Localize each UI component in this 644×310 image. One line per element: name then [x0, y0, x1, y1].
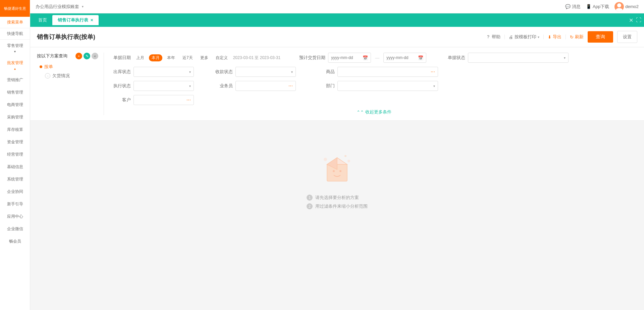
- scheme-edit-icon[interactable]: ✎: [84, 53, 90, 59]
- sidebar-item-wholesale[interactable]: 批发管理 ▴: [0, 57, 30, 74]
- payment-select[interactable]: ▾: [235, 67, 296, 77]
- customer-select[interactable]: ···: [133, 95, 194, 105]
- sidebar-item-purchase[interactable]: 采购管理: [0, 111, 30, 123]
- sidebar-item-label: 企业协同: [7, 189, 23, 195]
- scheme-header: 按以下方案查询 + ✎ «: [37, 53, 98, 59]
- sidebar-item-retail[interactable]: 零售管理 ▾: [0, 40, 30, 57]
- exec-status-select[interactable]: ▾: [133, 81, 194, 91]
- divider3: [566, 35, 566, 39]
- filter-date: 单据日期 上月 本月 本年 近7天 更多 自定义 2023-03-01 至 20…: [111, 54, 280, 61]
- expected-date-to[interactable]: 📅: [383, 53, 426, 63]
- sidebar-item-enterprise[interactable]: 企业协同: [0, 186, 30, 198]
- sidebar-item-inventory[interactable]: 库存核算: [0, 123, 30, 136]
- scheme-collapse-icon[interactable]: «: [92, 53, 98, 59]
- date-tag-more[interactable]: 更多: [198, 54, 211, 61]
- sidebar-search[interactable]: 搜索菜单: [0, 17, 30, 28]
- main-content: 办公用品行业模拟账套 ▾ 💬 消息 📱 App下载 demo2 首页: [30, 0, 644, 310]
- tabbar-right: ✕ ⛶: [629, 17, 641, 23]
- product-select[interactable]: ···: [337, 67, 438, 77]
- help-button[interactable]: ？ 帮助: [486, 34, 500, 40]
- date-tag-this-month[interactable]: 本月: [149, 54, 162, 61]
- print-button[interactable]: 🖨 按模板打印 ▾: [509, 34, 539, 40]
- payment-label: 收款状态: [213, 69, 233, 75]
- breadcrumb-arrow: ▾: [82, 5, 84, 8]
- sidebar-item-newbie[interactable]: 新手引导: [0, 198, 30, 210]
- sidebar-item-operation[interactable]: 经营管理: [0, 148, 30, 161]
- settings-button[interactable]: 设置: [617, 31, 637, 43]
- tab-sales-exec-label: 销售订单执行表: [58, 17, 88, 23]
- expected-date-from[interactable]: 📅: [328, 53, 371, 63]
- exec-chevron-icon: ▾: [189, 84, 191, 88]
- date-tag-last7[interactable]: 近7天: [180, 54, 196, 61]
- sidebar-item-label: 基础信息: [7, 164, 23, 170]
- dept-select[interactable]: ▾: [337, 81, 438, 91]
- collapse-button[interactable]: ⌃⌃ 收起更多条件: [111, 109, 637, 115]
- page-header-actions: ？ 帮助 🖨 按模板打印 ▾ ⬇ 导出 ↻ 刷新: [486, 31, 637, 43]
- empty-hint-2: 2 用过滤条件来缩小分析范围: [307, 203, 368, 209]
- collapse-chevron-icon: ⌃⌃: [357, 110, 364, 115]
- status-select[interactable]: ▾: [468, 53, 569, 63]
- svg-point-0: [617, 3, 621, 7]
- sidebar-item-ecommerce[interactable]: 电商管理: [0, 99, 30, 111]
- sidebar-item-finance[interactable]: 资金管理: [0, 136, 30, 148]
- expected-date-to-input[interactable]: [386, 55, 417, 60]
- app-download-button[interactable]: 📱 App下载: [586, 4, 609, 10]
- filter-customer: 客户 ···: [111, 95, 194, 105]
- product-label: 商品: [315, 69, 335, 75]
- expected-date-from-input[interactable]: [331, 55, 361, 60]
- tab-expand-icon[interactable]: ⛶: [636, 17, 641, 23]
- date-tag-last-month[interactable]: 上月: [133, 54, 147, 61]
- hint-num-1: 1: [307, 195, 313, 201]
- sidebar-item-sales[interactable]: 销售管理: [0, 86, 30, 99]
- sidebar-item-system[interactable]: 系统管理: [0, 173, 30, 186]
- scheme-sub-item-owe[interactable]: ○ 欠货情况: [42, 71, 98, 80]
- date-tag-custom[interactable]: 自定义: [213, 54, 230, 61]
- sidebar-item-wechat[interactable]: 企业微信: [0, 223, 30, 235]
- filter-exec-status: 执行状态 ▾: [111, 81, 194, 91]
- collapse-label: 收起更多条件: [365, 109, 391, 115]
- print-label: 按模板打印: [515, 34, 536, 40]
- tab-home[interactable]: 首页: [33, 15, 52, 25]
- tab-close-window-icon[interactable]: ✕: [629, 17, 633, 23]
- dept-chevron-icon: ▾: [433, 84, 435, 88]
- refresh-button[interactable]: ↻ 刷新: [570, 34, 584, 40]
- sidebar-item-marketing[interactable]: 营销推广: [0, 74, 30, 86]
- scheme-header-label: 按以下方案查询: [37, 53, 67, 59]
- export-icon: ⬇: [548, 35, 551, 40]
- message-button[interactable]: 💬 消息: [565, 4, 581, 10]
- product-dots-icon[interactable]: ···: [431, 69, 435, 75]
- sidebar-item-basic[interactable]: 基础信息: [0, 161, 30, 173]
- app-label: App下载: [593, 4, 609, 10]
- status-chevron-icon: ▾: [564, 56, 566, 60]
- message-label: 消息: [572, 4, 581, 10]
- customer-label: 客户: [111, 97, 131, 103]
- svg-point-8: [344, 155, 346, 157]
- sidebar-item-label: 经营管理: [7, 152, 23, 157]
- query-button[interactable]: 查询: [588, 31, 613, 43]
- scheme-panel: 按以下方案查询 + ✎ « 按单 ○ 欠货情: [37, 53, 104, 115]
- salesperson-select[interactable]: ···: [235, 81, 296, 91]
- search-panel: 按以下方案查询 + ✎ « 按单 ○ 欠货情: [30, 47, 644, 121]
- svg-point-7: [347, 160, 350, 162]
- sidebar-item-label: 新手引导: [7, 201, 23, 207]
- sidebar-item-apps[interactable]: 应用中心: [0, 210, 30, 223]
- salesperson-dots-icon[interactable]: ···: [288, 83, 293, 89]
- customer-dots-icon[interactable]: ···: [186, 97, 191, 103]
- sidebar-item-label: 批发管理: [7, 60, 23, 66]
- tab-close-icon[interactable]: ✕: [90, 18, 93, 22]
- user-menu[interactable]: demo2: [614, 2, 639, 11]
- sidebar-quick[interactable]: 快捷导航: [0, 28, 30, 40]
- sidebar-item-member[interactable]: 畅会员: [0, 235, 30, 248]
- date-tag-this-year[interactable]: 本年: [164, 54, 178, 61]
- tab-sales-exec[interactable]: 销售订单执行表 ✕: [52, 15, 99, 25]
- export-button[interactable]: ⬇ 导出: [548, 34, 561, 40]
- page-header: 销售订单执行表(按单) ？ 帮助 🖨 按模板打印 ▾ ⬇ 导出: [30, 27, 644, 47]
- help-icon: ？: [486, 34, 490, 40]
- scheme-add-icon[interactable]: +: [75, 53, 82, 59]
- delivery-select[interactable]: ▾: [133, 67, 194, 77]
- sidebar-item-label: 营销推广: [7, 77, 23, 83]
- scheme-header-icons: + ✎ «: [75, 53, 98, 59]
- message-icon: 💬: [565, 4, 571, 9]
- scheme-item-by-order[interactable]: 按单: [37, 62, 98, 71]
- filter-payment-status: 收款状态 ▾: [213, 67, 296, 77]
